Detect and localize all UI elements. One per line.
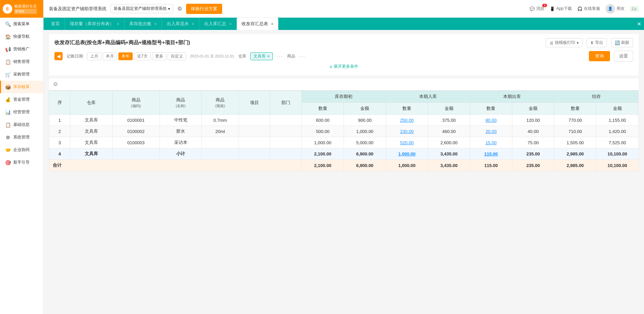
tab-summary-io[interactable]: 出入库汇总✕ bbox=[199, 18, 237, 30]
tab-flow[interactable]: 出入库流水✕ bbox=[162, 18, 199, 30]
filter-toggle-button[interactable]: ◀ bbox=[54, 52, 63, 60]
sidebar-item-sales[interactable]: 📋 销售管理 bbox=[0, 55, 43, 68]
col-header-goods-spec: 商品(规格) bbox=[202, 91, 238, 115]
tabs-close-all-button[interactable]: ✕ bbox=[637, 21, 641, 27]
sidebar-item-inventory[interactable]: 📦 库存核算 bbox=[0, 81, 43, 93]
tab-recv-send[interactable]: 收发存汇总表✕ bbox=[237, 18, 278, 30]
tab-close-batch[interactable]: ✕ bbox=[154, 22, 157, 26]
total-label: 合计 bbox=[49, 160, 302, 171]
date-btn-7days[interactable]: 近7天 bbox=[134, 52, 151, 60]
sidebar-label-basic: 基础信息 bbox=[13, 122, 30, 128]
print-button[interactable]: 🖨 按模板打印 ▾ bbox=[546, 38, 582, 47]
cell-spec bbox=[202, 137, 238, 148]
refresh-label: 刷新 bbox=[621, 40, 629, 46]
user-icon: 👤 bbox=[608, 6, 613, 11]
cell-in-amt: 3,435.00 bbox=[428, 148, 470, 160]
sidebar-item-search[interactable]: 🔍 搜索菜单 bbox=[0, 18, 43, 30]
tab-close-summary-io[interactable]: ✕ bbox=[229, 22, 232, 26]
sidebar-item-quick-nav[interactable]: 🏠 快捷导航 bbox=[0, 30, 43, 43]
cell-out-qty[interactable]: 20.00 bbox=[470, 126, 512, 137]
col-header-closing: 结存 bbox=[554, 91, 639, 103]
expand-label: 展开更多条件 bbox=[334, 64, 358, 69]
setting-button[interactable]: 设置 bbox=[614, 51, 633, 62]
main-area: 装备及固定资产辅助管理系统 装备及固定资产辅助管理系统 ▾ ⚙ 体验行业方案 💬… bbox=[44, 0, 644, 314]
cell-out-qty[interactable]: 80.00 bbox=[470, 115, 512, 126]
cell-in-qty[interactable]: 520.00 bbox=[386, 137, 428, 148]
date-btn-last-month[interactable]: 上月 bbox=[87, 52, 101, 60]
cell-out-qty[interactable]: 115.00 bbox=[470, 148, 512, 160]
tab-home[interactable]: 首页 bbox=[46, 18, 65, 30]
app-download-action[interactable]: 📱 App下载 bbox=[550, 6, 572, 12]
sidebar: 6 畅捷通好生意 标准版 🔍 搜索菜单 🏠 快捷导航 📢 营销推广 📋 销售管理… bbox=[0, 0, 44, 314]
filter-toggle-icon: ◀ bbox=[57, 53, 61, 59]
cell-in-qty[interactable]: 1,000.00 bbox=[386, 148, 428, 160]
topbar-system-title: 装备及固定资产辅助管理系统 bbox=[49, 6, 106, 12]
tab-close-stock-dist[interactable]: ✕ bbox=[117, 22, 119, 26]
refresh-button[interactable]: 🔄 刷新 bbox=[611, 38, 633, 47]
date-btn-this-year[interactable]: 本年 bbox=[118, 52, 133, 60]
cell-code: 0100003 bbox=[112, 137, 160, 148]
warehouse-tag-close-icon[interactable]: ✕ bbox=[267, 54, 270, 58]
col-header-out-qty: 数量 bbox=[470, 103, 512, 115]
cell-out-qty[interactable]: 15.00 bbox=[470, 137, 512, 148]
gear-icon[interactable]: ⚙ bbox=[177, 5, 182, 12]
tab-close-recv-send[interactable]: ✕ bbox=[271, 22, 274, 26]
user-action[interactable]: 👤 用友 bbox=[606, 4, 625, 14]
headset-icon: 🎧 bbox=[577, 6, 582, 11]
warehouse-more-icon[interactable]: ··· bbox=[277, 53, 283, 59]
page-header: 收发存汇总表(按仓库+商品编码+商品+规格型号+项目+部门) 🖨 按模板打印 ▾… bbox=[49, 34, 639, 76]
trial-button[interactable]: 体验行业方案 bbox=[186, 4, 222, 14]
tab-stock-dist[interactable]: 现存量（库存分布表）✕ bbox=[65, 18, 125, 30]
cell-project bbox=[238, 148, 270, 160]
date-btn-this-month[interactable]: 本月 bbox=[103, 52, 117, 60]
sidebar-item-guide[interactable]: 🎯 新手引导 bbox=[0, 156, 43, 169]
export-button[interactable]: ⬆ 导出 bbox=[587, 38, 607, 47]
cell-in-qty[interactable]: 250.00 bbox=[386, 115, 428, 126]
cell-warehouse: 文具库 bbox=[70, 126, 112, 137]
cell-opening-amt: 900.00 bbox=[344, 115, 386, 126]
sidebar-item-marketing[interactable]: 📢 营销推广 bbox=[0, 43, 43, 55]
page-header-actions: 🖨 按模板打印 ▾ ⬆ 导出 🔄 刷新 bbox=[546, 38, 633, 47]
date-btn-custom[interactable]: 自定义 bbox=[168, 52, 186, 60]
sidebar-icon-operation: 📊 bbox=[5, 110, 11, 115]
sidebar-label-quick-nav: 快捷导航 bbox=[13, 34, 30, 39]
online-service-action[interactable]: 🎧 在线客服 bbox=[577, 6, 600, 12]
goods-more-icon[interactable]: ··· bbox=[299, 53, 306, 59]
query-button[interactable]: 查询 bbox=[589, 51, 610, 61]
tab-label-batch: 库存批次账 bbox=[129, 21, 151, 27]
warehouse-tag[interactable]: 文具库 ✕ bbox=[250, 52, 273, 60]
total-opening-qty: 2,100.00 bbox=[302, 160, 344, 171]
total-row: 合计 2,100.00 6,900.00 1,000.00 3,435.00 1… bbox=[49, 160, 639, 171]
sidebar-item-basic[interactable]: 📋 基础信息 bbox=[0, 118, 43, 131]
cell-in-qty[interactable]: 230.00 bbox=[386, 126, 428, 137]
cell-closing-amt: 10,100.00 bbox=[596, 148, 639, 160]
total-out-qty: 115.00 bbox=[470, 160, 512, 171]
expand-more-button[interactable]: ∨ 展开更多条件 bbox=[54, 62, 633, 71]
app-download-label: App下载 bbox=[556, 6, 572, 12]
col-header-in-qty: 数量 bbox=[386, 103, 428, 115]
data-table-container: ⚙ 序 仓库 商品(编码) 商品(名称) 商品(规格) 项目 部门 库存期初 本… bbox=[49, 78, 639, 171]
sidebar-item-operation[interactable]: 📊 经营管理 bbox=[0, 106, 43, 118]
sidebar-item-finance[interactable]: 💰 资金管理 bbox=[0, 93, 43, 106]
cell-warehouse: 文具库 bbox=[70, 115, 112, 126]
col-header-in-amt: 金额 bbox=[428, 103, 470, 115]
col-header-warehouse: 仓库 bbox=[70, 91, 112, 115]
cell-project bbox=[238, 115, 270, 126]
total-closing-amt: 10,100.00 bbox=[596, 160, 639, 171]
tab-close-flow[interactable]: ✕ bbox=[192, 22, 194, 26]
date-btn-more[interactable]: 更多 bbox=[152, 52, 166, 60]
sidebar-item-corp[interactable]: 🤝 企业协同 bbox=[0, 144, 43, 156]
tab-batch[interactable]: 库存批次账✕ bbox=[125, 18, 162, 30]
table-settings-icon[interactable]: ⚙ bbox=[53, 81, 58, 87]
sidebar-label-marketing: 营销推广 bbox=[13, 46, 30, 52]
sidebar-item-purchase[interactable]: 🛒 采购管理 bbox=[0, 68, 43, 81]
cell-opening-qty: 1,000.00 bbox=[302, 137, 344, 148]
message-action[interactable]: 💬 消息 6 bbox=[530, 6, 544, 12]
sidebar-icon-quick-nav: 🏠 bbox=[5, 34, 11, 39]
sidebar-icon-finance: 💰 bbox=[5, 97, 11, 102]
cell-no: 4 bbox=[49, 148, 70, 160]
sidebar-label-corp: 企业协同 bbox=[13, 147, 30, 153]
col-header-closing-amt: 金额 bbox=[596, 103, 639, 115]
sidebar-item-system[interactable]: ⚙ 系统管理 bbox=[0, 131, 43, 144]
topbar-system-dropdown[interactable]: 装备及固定资产辅助管理系统 ▾ bbox=[111, 4, 173, 13]
